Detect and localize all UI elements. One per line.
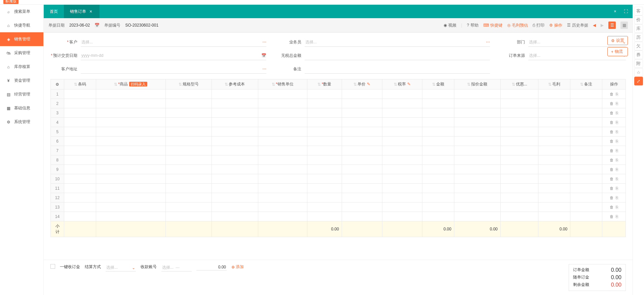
col-quote[interactable]: ⇅报价金额 [454,79,501,89]
right-icon-7[interactable]: ☆ [634,68,643,77]
col-discount[interactable]: ⇅优惠... [500,79,538,89]
right-icon-5[interactable]: 券 [634,50,643,59]
prev-doc[interactable]: ◀ [593,23,596,28]
col-qty[interactable]: ⇅*数量 [307,79,342,89]
table-row[interactable]: 13🗑⎘ [51,202,626,212]
copy-icon[interactable]: ⎘ [616,177,618,181]
sidebar-item-grid[interactable]: ▦基础信息 [0,101,43,115]
copy-icon[interactable]: ⎘ [616,111,618,115]
addr-input[interactable]: ⋯ [81,64,266,74]
history-link[interactable]: ☰ 历史单据 [567,23,588,28]
sidebar-item-gear[interactable]: ⚙系统管理 [0,115,43,129]
deposit-checkbox[interactable] [50,264,55,269]
next-doc[interactable]: ▶ [601,23,604,28]
account-select[interactable]: 选择...⋯ [161,264,192,271]
notax-input[interactable] [305,51,490,60]
amount-input[interactable]: 0.00 [196,264,227,270]
sidebar-item-home[interactable]: ⌂快捷导航 [0,19,43,32]
col-product[interactable]: ⇅*商品扫码录入 [96,79,165,89]
delete-icon[interactable]: 🗑 [610,148,614,153]
delete-icon[interactable]: 🗑 [610,130,614,134]
ellipsis-icon[interactable]: ⋯ [262,40,266,44]
edit-icon[interactable]: ✎ [367,82,370,86]
add-link[interactable]: ⊕ 添加 [231,264,244,270]
table-row[interactable]: 1🗑⎘ [51,89,626,99]
col-refcost[interactable]: ⇅参考成本 [212,79,258,89]
table-row[interactable]: 2🗑⎘ [51,99,626,108]
copy-icon[interactable]: ⎘ [616,139,618,144]
tab-home[interactable]: 首页 [44,5,64,18]
delete-icon[interactable]: 🗑 [610,214,614,219]
copy-icon[interactable]: ⎘ [616,186,618,191]
delete-icon[interactable]: 🗑 [610,195,614,200]
help-link[interactable]: ? 帮助 [467,23,479,28]
copy-icon[interactable]: ⎘ [616,205,618,210]
chevron-down-icon[interactable]: ⌄ [622,53,626,58]
table-row[interactable]: 6🗑⎘ [51,137,626,146]
calendar-icon[interactable]: 📅 [261,53,266,58]
calendar-icon[interactable]: 📅 [94,23,100,28]
salesman-select[interactable]: ⋯ [305,37,490,47]
fullscreen-icon[interactable]: ⛶ [622,7,630,15]
sidebar-item-warehouse[interactable]: ⌂库存核算 [0,60,43,74]
right-icon-3[interactable]: 历 [634,33,643,42]
right-icon-8[interactable]: ⤢ [634,77,643,85]
copy-icon[interactable]: ⎘ [616,101,618,106]
customer-select[interactable]: ⋯ [81,37,266,47]
delete-icon[interactable]: 🗑 [610,205,614,210]
copy-icon[interactable]: ⎘ [616,130,618,134]
sidebar-item-search[interactable]: ⌕搜索菜单 [0,5,43,19]
sidebar-item-bag[interactable]: 🛍采购管理 [0,46,43,60]
table-row[interactable]: 7🗑⎘ [51,146,626,155]
right-icon-0[interactable]: 客 [634,7,643,15]
sidebar-item-cube[interactable]: ◈销售管理 [0,32,43,46]
right-icon-2[interactable]: 库 [634,24,643,33]
copy-icon[interactable]: ⎘ [616,167,618,172]
sidebar-item-money[interactable]: ¥资金管理 [0,74,43,87]
delete-icon[interactable]: 🗑 [610,101,614,106]
table-row[interactable]: 14🗑⎘ [51,212,626,221]
delete-icon[interactable]: 🗑 [610,177,614,181]
table-row[interactable]: 3🗑⎘ [51,108,626,118]
tab-close-all[interactable]: × [611,7,619,15]
copy-icon[interactable]: ⎘ [616,92,618,97]
right-icon-1[interactable]: 价 [634,15,643,24]
copy-icon[interactable]: ⎘ [616,120,618,125]
table-row[interactable]: 8🗑⎘ [51,155,626,165]
col-unit[interactable]: ⇅*销售单位 [258,79,307,89]
copy-icon[interactable]: ⎘ [616,158,618,162]
right-icon-6[interactable]: 附 [634,59,643,68]
col-gross[interactable]: ⇅毛利 [538,79,570,89]
chevron-down-icon[interactable]: ⌄ [622,40,626,44]
delete-icon[interactable]: 🗑 [610,167,614,172]
col-barcode[interactable]: ⇅条码 [64,79,96,89]
deliver-date[interactable]: 📅 [81,51,266,60]
col-tax[interactable]: ⇅税率✎ [382,79,422,89]
sidebar-item-board[interactable]: ▤经营管理 [0,87,43,101]
delete-icon[interactable]: 🗑 [610,139,614,144]
ellipsis-icon[interactable]: ⋯ [262,67,266,71]
copy-icon[interactable]: ⎘ [616,214,618,219]
scan-tag[interactable]: 扫码录入 [129,82,147,86]
delete-icon[interactable]: 🗑 [610,111,614,115]
close-icon[interactable]: × [88,9,93,14]
source-select[interactable]: ⌄ [528,51,626,60]
operate-link[interactable]: ⚙ 操作 [549,23,562,28]
video-link[interactable]: ◉ 视频 [444,23,456,28]
settle-select[interactable]: 选择...⌄ [106,264,136,271]
date-value[interactable]: 2023-06-02 [69,23,90,28]
delete-icon[interactable]: 🗑 [610,92,614,97]
col-price[interactable]: ⇅单价✎ [342,79,382,89]
edit-icon[interactable]: ✎ [407,82,411,86]
col-remark[interactable]: ⇅备注 [570,79,602,89]
right-icon-4[interactable]: 欠 [634,42,643,50]
delete-icon[interactable]: 🗑 [610,158,614,162]
delete-icon[interactable]: 🗑 [610,186,614,191]
print-link[interactable]: ⎙ 打印 [533,23,544,28]
dept-select[interactable]: ⌄ [528,37,626,47]
view-list-toggle[interactable]: ☰ [608,22,616,29]
col-gear[interactable]: ⚙ [51,79,64,89]
copy-icon[interactable]: ⎘ [616,195,618,200]
delete-icon[interactable]: 🗑 [610,120,614,125]
remark-input[interactable] [305,64,490,74]
